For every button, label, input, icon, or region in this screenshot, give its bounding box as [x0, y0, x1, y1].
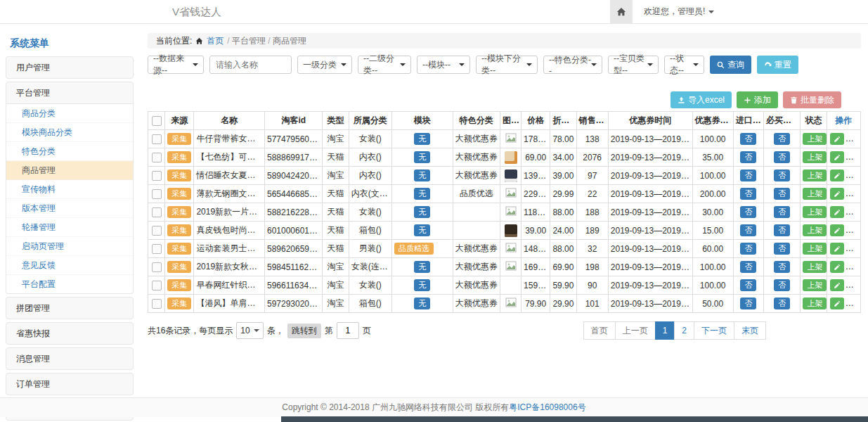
add-button[interactable]: 添加	[737, 91, 778, 108]
home-button[interactable]	[610, 0, 633, 23]
import-select-badge[interactable]: 否	[740, 261, 756, 273]
page-size-select[interactable]: 10	[236, 322, 263, 339]
row-checkbox[interactable]	[152, 244, 162, 254]
status-badge[interactable]: 上架	[803, 188, 827, 200]
row-checkbox[interactable]	[152, 189, 162, 199]
sidebar-section-5[interactable]: 订单管理	[6, 373, 134, 395]
import-select-badge[interactable]: 否	[740, 224, 756, 236]
sidebar-section-3[interactable]: 省惠快报	[6, 322, 134, 345]
edit-button[interactable]	[830, 151, 844, 163]
status-badge[interactable]: 上架	[803, 298, 827, 309]
sidebar-item[interactable]: 轮播管理	[6, 218, 133, 237]
sidebar-section-2[interactable]: 拼团管理	[6, 297, 134, 319]
sidebar-item[interactable]: 宣传物料	[6, 180, 133, 199]
edit-button[interactable]	[830, 188, 844, 200]
filter-select-2[interactable]: 一级分类	[297, 56, 352, 74]
status-badge[interactable]: 上架	[803, 206, 827, 218]
module-badge[interactable]: 无	[414, 261, 430, 273]
import-select-badge[interactable]: 否	[740, 188, 756, 200]
status-badge[interactable]: 上架	[803, 279, 827, 291]
edit-button[interactable]	[830, 133, 844, 145]
import-select-badge[interactable]: 否	[740, 298, 756, 309]
import-select-badge[interactable]: 否	[740, 151, 756, 163]
module-badge[interactable]: 无	[414, 298, 430, 309]
module-badge[interactable]: 无	[414, 206, 430, 218]
import-select-badge[interactable]: 否	[740, 133, 756, 145]
edit-button[interactable]	[830, 279, 844, 291]
row-checkbox[interactable]	[152, 262, 162, 272]
row-checkbox[interactable]	[152, 153, 162, 162]
select-all-checkbox[interactable]	[152, 116, 162, 126]
row-checkbox[interactable]	[152, 226, 162, 236]
page-button-上一页[interactable]: 上一页	[615, 321, 656, 340]
sidebar-item[interactable]: 特色分类	[6, 142, 133, 161]
breadcrumb-home-link[interactable]: 首页	[207, 35, 224, 47]
import-select-badge[interactable]: 否	[740, 170, 756, 181]
sidebar-item[interactable]: 平台配置	[6, 275, 133, 293]
must-buy-badge[interactable]: 否	[774, 206, 790, 218]
must-buy-badge[interactable]: 否	[774, 151, 790, 163]
page-button-末页[interactable]: 末页	[734, 321, 766, 340]
module-badge[interactable]: 品质精选	[394, 243, 434, 255]
filter-select-5[interactable]: --模块下分类--	[476, 56, 538, 74]
module-badge[interactable]: 无	[414, 151, 430, 163]
sidebar-item[interactable]: 模块商品分类	[6, 123, 133, 142]
filter-select-0[interactable]: --数据来源--	[148, 56, 204, 74]
page-button-首页[interactable]: 首页	[583, 321, 616, 340]
must-buy-badge[interactable]: 否	[774, 133, 790, 145]
status-badge[interactable]: 上架	[803, 243, 827, 255]
edit-button[interactable]	[830, 224, 844, 236]
search-input[interactable]	[209, 56, 292, 74]
jump-button[interactable]: 跳转到	[287, 324, 321, 338]
import-select-badge[interactable]: 否	[740, 279, 756, 291]
page-button-下一页[interactable]: 下一页	[694, 321, 734, 340]
status-badge[interactable]: 上架	[803, 170, 827, 181]
sidebar-item[interactable]: 版本管理	[6, 199, 133, 218]
edit-button[interactable]	[830, 206, 844, 218]
import-excel-button[interactable]: 导入excel	[671, 91, 732, 108]
module-badge[interactable]: 无	[414, 188, 430, 200]
row-checkbox[interactable]	[152, 299, 162, 309]
must-buy-badge[interactable]: 否	[774, 224, 790, 236]
filter-select-6[interactable]: --特色分类--	[543, 56, 602, 74]
sidebar-item[interactable]: 意见反馈	[6, 256, 133, 275]
status-badge[interactable]: 上架	[803, 261, 827, 273]
sidebar-section-0[interactable]: 用户管理	[6, 56, 134, 79]
page-button-2[interactable]: 2	[674, 321, 694, 340]
sidebar-section-1[interactable]: 平台管理	[6, 82, 134, 104]
batch-delete-button[interactable]: 批量删除	[783, 91, 841, 108]
must-buy-badge[interactable]: 否	[774, 170, 790, 181]
filter-select-4[interactable]: --模块--	[417, 56, 470, 74]
module-badge[interactable]: 无	[414, 279, 430, 291]
status-badge[interactable]: 上架	[803, 133, 827, 145]
edit-button[interactable]	[830, 298, 844, 309]
row-checkbox[interactable]	[152, 171, 162, 181]
icp-link[interactable]: 粤ICP备16098006号	[509, 402, 585, 414]
sidebar-item[interactable]: 商品管理	[6, 161, 133, 180]
filter-select-7[interactable]: --宝贝类型--	[608, 56, 659, 74]
page-button-1[interactable]: 1	[655, 321, 675, 340]
page-number-input[interactable]	[337, 322, 359, 339]
filter-select-8[interactable]: --状态--	[664, 56, 704, 74]
edit-button[interactable]	[830, 243, 844, 255]
reset-button[interactable]: 重置	[757, 56, 798, 74]
row-checkbox[interactable]	[152, 134, 162, 144]
sidebar-item[interactable]: 商品分类	[6, 104, 133, 123]
status-badge[interactable]: 上架	[803, 151, 827, 163]
module-badge[interactable]: 无	[414, 224, 430, 236]
must-buy-badge[interactable]: 否	[774, 243, 790, 255]
status-badge[interactable]: 上架	[803, 224, 827, 236]
must-buy-badge[interactable]: 否	[774, 279, 790, 291]
must-buy-badge[interactable]: 否	[774, 298, 790, 309]
import-select-badge[interactable]: 否	[740, 243, 756, 255]
module-badge[interactable]: 无	[414, 170, 430, 181]
edit-button[interactable]	[830, 170, 844, 181]
must-buy-badge[interactable]: 否	[774, 188, 790, 200]
sidebar-item[interactable]: 启动页管理	[6, 237, 133, 256]
import-select-badge[interactable]: 否	[740, 206, 756, 218]
must-buy-badge[interactable]: 否	[774, 261, 790, 273]
row-checkbox[interactable]	[152, 207, 162, 217]
row-checkbox[interactable]	[152, 281, 162, 290]
filter-select-3[interactable]: --二级分类--	[358, 56, 411, 74]
module-badge[interactable]: 无	[414, 133, 430, 145]
